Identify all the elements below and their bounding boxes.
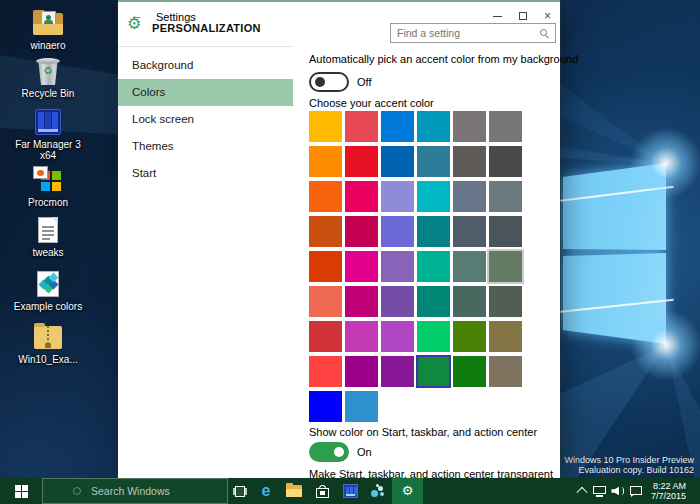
sidebar-item-themes[interactable]: Themes bbox=[118, 133, 293, 160]
accent-swatch[interactable] bbox=[309, 391, 342, 422]
desktop-icon-tweaks[interactable]: tweaks bbox=[10, 215, 86, 258]
tray-expand-button[interactable] bbox=[573, 487, 591, 495]
desktop-icon-label: tweaks bbox=[10, 247, 86, 258]
accent-swatch[interactable] bbox=[489, 181, 522, 212]
chevron-up-icon bbox=[576, 487, 587, 498]
accent-swatch[interactable] bbox=[381, 286, 414, 317]
accent-swatch[interactable] bbox=[309, 146, 342, 177]
accent-swatch[interactable] bbox=[489, 146, 522, 177]
accent-swatch[interactable] bbox=[453, 286, 486, 317]
desktop-icon-win10-zip[interactable]: Win10_Exa... bbox=[10, 322, 86, 365]
edge-button[interactable]: e bbox=[252, 478, 280, 504]
choose-accent-label: Choose your accent color bbox=[309, 97, 434, 109]
desktop-icon-far-manager[interactable]: Far Manager 3 x64 bbox=[10, 107, 86, 161]
accent-swatch-selected[interactable] bbox=[417, 356, 450, 387]
desktop-icon-procmon[interactable]: Procmon bbox=[10, 165, 86, 208]
accent-swatch[interactable] bbox=[309, 286, 342, 317]
accent-swatch[interactable] bbox=[453, 251, 486, 282]
volume-button[interactable] bbox=[609, 486, 627, 497]
accent-swatch[interactable] bbox=[489, 321, 522, 352]
clock-date: 7/7/2015 bbox=[651, 491, 686, 501]
accent-swatch[interactable] bbox=[309, 251, 342, 282]
accent-swatch[interactable] bbox=[489, 216, 522, 247]
accent-swatch[interactable] bbox=[345, 356, 378, 387]
accent-swatch[interactable] bbox=[381, 321, 414, 352]
accent-swatch[interactable] bbox=[453, 321, 486, 352]
accent-swatch[interactable] bbox=[489, 356, 522, 387]
accent-swatch[interactable] bbox=[417, 216, 450, 247]
accent-swatch[interactable] bbox=[417, 111, 450, 142]
taskbar-clock[interactable]: 8:22 AM 7/7/2015 bbox=[651, 481, 686, 501]
accent-swatch[interactable] bbox=[417, 181, 450, 212]
sidebar-item-colors[interactable]: Colors bbox=[118, 79, 293, 106]
accent-swatch[interactable] bbox=[453, 181, 486, 212]
start-button[interactable] bbox=[0, 478, 42, 504]
toggle-knob bbox=[334, 447, 344, 457]
accent-swatch[interactable] bbox=[345, 111, 378, 142]
accent-swatch[interactable] bbox=[381, 356, 414, 387]
accent-swatch[interactable] bbox=[453, 146, 486, 177]
action-center-button[interactable] bbox=[627, 486, 645, 497]
app-button-bubbles[interactable] bbox=[364, 478, 392, 504]
accent-swatch[interactable] bbox=[309, 321, 342, 352]
accent-swatch[interactable] bbox=[345, 321, 378, 352]
toggle-knob bbox=[315, 77, 325, 87]
accent-swatch[interactable] bbox=[381, 181, 414, 212]
procmon-icon bbox=[32, 165, 64, 195]
accent-swatch[interactable] bbox=[417, 251, 450, 282]
auto-accent-toggle[interactable] bbox=[309, 72, 349, 92]
windows-logo-icon bbox=[15, 485, 28, 498]
accent-swatch[interactable] bbox=[381, 146, 414, 177]
accent-swatch[interactable] bbox=[345, 181, 378, 212]
accent-swatch[interactable] bbox=[381, 111, 414, 142]
accent-swatch[interactable] bbox=[345, 146, 378, 177]
desktop-icon-recycle-bin[interactable]: ♻ Recycle Bin bbox=[10, 56, 86, 99]
sidebar-item-background[interactable]: Background bbox=[118, 52, 293, 79]
bubbles-app-icon bbox=[370, 484, 386, 498]
accent-swatch[interactable] bbox=[489, 111, 522, 142]
accent-swatch[interactable] bbox=[417, 146, 450, 177]
file-explorer-icon bbox=[286, 485, 302, 497]
sidebar-item-lock-screen[interactable]: Lock screen bbox=[118, 106, 293, 133]
zip-folder-icon bbox=[32, 322, 64, 352]
speaker-icon bbox=[611, 486, 624, 497]
accent-swatch[interactable] bbox=[309, 181, 342, 212]
accent-swatch[interactable] bbox=[345, 251, 378, 282]
accent-swatch[interactable] bbox=[489, 286, 522, 317]
task-view-button[interactable] bbox=[228, 478, 252, 504]
text-file-icon bbox=[32, 215, 64, 245]
page-title: PERSONALIZATION bbox=[152, 22, 261, 34]
store-button[interactable] bbox=[308, 478, 336, 504]
accent-swatch[interactable] bbox=[453, 111, 486, 142]
accent-swatch[interactable] bbox=[309, 111, 342, 142]
accent-swatch[interactable] bbox=[453, 356, 486, 387]
accent-swatch[interactable] bbox=[345, 286, 378, 317]
desktop-icon-label: winaero bbox=[10, 40, 86, 51]
taskbar: e ⚙ 8:22 AM 7/7/2015 bbox=[0, 478, 700, 504]
accent-swatch[interactable] bbox=[381, 251, 414, 282]
accent-swatch[interactable] bbox=[417, 321, 450, 352]
accent-swatch[interactable] bbox=[345, 391, 378, 422]
sidebar-item-start[interactable]: Start bbox=[118, 160, 293, 187]
store-icon bbox=[316, 485, 329, 498]
settings-taskbar-button-active[interactable]: ⚙ bbox=[392, 478, 423, 504]
network-button[interactable] bbox=[591, 486, 609, 497]
file-explorer-button[interactable] bbox=[280, 478, 308, 504]
gear-icon: ⚙ bbox=[402, 484, 414, 498]
far-manager-button[interactable] bbox=[336, 478, 364, 504]
action-center-icon bbox=[630, 486, 642, 497]
accent-swatch[interactable] bbox=[309, 356, 342, 387]
accent-swatch[interactable] bbox=[381, 216, 414, 247]
accent-swatch[interactable] bbox=[489, 251, 522, 282]
corner-glow bbox=[629, 126, 700, 200]
desktop-icon-example-colors[interactable]: Example colors bbox=[10, 269, 86, 312]
accent-swatch[interactable] bbox=[417, 286, 450, 317]
accent-swatch[interactable] bbox=[309, 216, 342, 247]
taskbar-search-box[interactable] bbox=[42, 478, 228, 504]
desktop-icon-winaero[interactable]: winaero bbox=[10, 8, 86, 51]
accent-swatch[interactable] bbox=[453, 216, 486, 247]
auto-accent-state: Off bbox=[357, 76, 371, 88]
accent-swatch[interactable] bbox=[345, 216, 378, 247]
show-color-toggle[interactable] bbox=[309, 442, 349, 462]
taskbar-search-input[interactable] bbox=[43, 479, 227, 503]
